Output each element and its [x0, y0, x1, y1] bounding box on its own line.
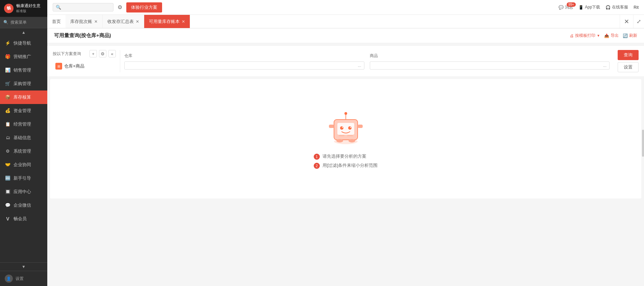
sidebar-item-guide[interactable]: 🆕 新手引导 [0, 172, 47, 185]
online-service-button[interactable]: 🎧 在线客服 [606, 4, 628, 10]
svg-point-6 [342, 127, 343, 128]
tab-batch-account-label: 库存批次账 [70, 19, 92, 25]
user-info[interactable]: Rit [634, 5, 639, 10]
sidebar-footer-label: 设置 [16, 276, 24, 282]
tab-available-qty[interactable]: 可用量库存账本 ✕ [144, 15, 190, 28]
tab-available-qty-label: 可用量库存账本 [149, 19, 180, 25]
print-dropdown-icon[interactable]: ▼ [597, 34, 600, 37]
filter-actions: 查询 设置 [615, 50, 639, 72]
search-icon: 🔍 [3, 20, 8, 25]
tab-close-icon[interactable]: ✕ [136, 19, 139, 24]
chevron-down-icon: ▼ [22, 264, 26, 269]
sidebar-item-wechat[interactable]: 💬 企业微信 [0, 199, 47, 212]
sidebar-item-inventory[interactable]: 📦 库存核算 [0, 90, 47, 104]
sidebar-brand-subtitle: 标准版 [16, 9, 41, 14]
scheme-item-warehouse-product[interactable]: ⊞ 仓库+商品 [53, 61, 116, 72]
industry-solution-button[interactable]: 体验行业方案 [126, 2, 162, 12]
warehouse-more-button[interactable]: ... [358, 63, 361, 68]
sidebar-item-sales[interactable]: 📊 销售管理 [0, 63, 47, 77]
print-icon: 🖨 [570, 33, 574, 38]
sidebar-item-label: 企业协同 [14, 162, 31, 168]
warehouse-filter-input[interactable] [127, 63, 358, 68]
sidebar: 畅 畅康通好生意 标准版 🔍 搜索菜单 ▲ ⚡ 快捷导航 🎁 营销推广 📊 销售… [0, 0, 47, 286]
tab-close-icon[interactable]: ✕ [94, 19, 98, 24]
tab-home[interactable]: 首页 [47, 15, 66, 28]
topbar-gear-icon[interactable]: ⚙ [116, 3, 124, 12]
tab-close-icon[interactable]: ✕ [182, 19, 185, 24]
sidebar-item-vip[interactable]: V 畅会员 [0, 212, 47, 226]
sidebar-item-label: 新手引导 [14, 175, 31, 181]
wechat-icon: 💬 [5, 202, 11, 208]
filter-scheme-panel: 按以下方案查询 + ⚙ « ⊞ 仓库+商品 [53, 50, 120, 72]
main-content: 🔍 ⚙ 体验行业方案 💬 消息 99+ 📱 App下载 🎧 在线客服 Rit [47, 0, 644, 286]
chevron-up-icon: ▲ [22, 30, 26, 35]
warehouse-filter-label: 仓库 [124, 53, 364, 59]
product-filter-input[interactable] [373, 63, 603, 68]
filter-scheme-buttons: + ⚙ « [89, 50, 116, 57]
settings-button[interactable]: 设置 [618, 62, 639, 72]
refresh-button[interactable]: 🔄 刷新 [623, 33, 637, 38]
topbar: 🔍 ⚙ 体验行业方案 💬 消息 99+ 📱 App下载 🎧 在线客服 Rit [47, 0, 644, 15]
sidebar-scroll-down[interactable]: ▼ [0, 262, 47, 271]
sidebar-brand-name: 畅康通好生意 [16, 3, 41, 9]
scheme-item-label: 仓库+商品 [64, 63, 84, 69]
app-download-button[interactable]: 📱 App下载 [578, 4, 600, 10]
tab-receipt-summary[interactable]: 收发存汇总表 ✕ [103, 15, 144, 28]
svg-point-4 [340, 126, 343, 130]
empty-illustration [326, 106, 366, 147]
sidebar-item-enterprise[interactable]: 🤝 企业协同 [0, 158, 47, 172]
sidebar-item-label: 经营管理 [14, 121, 31, 127]
sidebar-item-marketing[interactable]: 🎁 营销推广 [0, 50, 47, 63]
tab-batch-account[interactable]: 库存批次账 ✕ [66, 15, 103, 28]
page-actions: 🖨 按模板打印 ▼ 📤 导出 🔄 刷新 [570, 33, 637, 38]
sidebar-item-finance[interactable]: 💰 资金管理 [0, 104, 47, 118]
collapse-scheme-button[interactable]: « [108, 50, 116, 57]
sidebar-footer-user[interactable]: 👤 设置 [0, 271, 47, 286]
basic-info-icon: 🗂 [5, 135, 11, 141]
sidebar-item-purchase[interactable]: 🛒 采购管理 [0, 77, 47, 90]
expand-icon: ⤢ [637, 18, 641, 25]
headset-icon: 🎧 [606, 5, 611, 10]
filter-scheme-title: 按以下方案查询 [53, 51, 81, 57]
add-scheme-button[interactable]: + [89, 50, 97, 57]
sidebar-item-quick-nav[interactable]: ⚡ 快捷导航 [0, 36, 47, 50]
quick-nav-icon: ⚡ [5, 40, 11, 46]
sidebar-item-label: 销售管理 [14, 67, 31, 73]
topbar-search-input[interactable] [62, 5, 110, 10]
sidebar-item-app-center[interactable]: 🔲 应用中心 [0, 185, 47, 199]
sidebar-scroll-up[interactable]: ▲ [0, 28, 47, 36]
query-button[interactable]: 查询 [618, 50, 639, 60]
svg-point-12 [336, 139, 343, 142]
sales-icon: 📊 [5, 67, 11, 73]
operations-icon: 📋 [5, 121, 11, 127]
topbar-search-area[interactable]: 🔍 [53, 3, 113, 11]
sidebar-item-system[interactable]: ⚙ 系统管理 [0, 145, 47, 158]
refresh-label: 刷新 [629, 33, 637, 38]
product-filter-label: 商品 [370, 53, 610, 59]
message-button[interactable]: 💬 消息 99+ [559, 4, 573, 10]
warehouse-filter-input-wrap: ... [124, 61, 364, 70]
sidebar-item-label: 企业微信 [14, 202, 31, 208]
message-badge: 99+ [567, 2, 576, 7]
sidebar-item-label: 资金管理 [14, 108, 31, 114]
product-filter-input-wrap: ... [370, 61, 610, 70]
system-icon: ⚙ [5, 148, 11, 154]
enterprise-icon: 🤝 [5, 162, 11, 168]
print-button[interactable]: 🖨 按模板打印 ▼ [570, 33, 600, 38]
sidebar-item-label: 系统管理 [14, 148, 31, 154]
sidebar-search[interactable]: 🔍 搜索菜单 [0, 17, 47, 28]
right-scrollbar[interactable] [642, 130, 644, 157]
empty-tip-1-text: 请先选择要分析的方案 [323, 153, 366, 159]
export-button[interactable]: 📤 导出 [604, 33, 619, 38]
settings-scheme-button[interactable]: ⚙ [99, 50, 106, 57]
sidebar-search-label: 搜索菜单 [10, 20, 27, 25]
filter-group-product: 商品 ... [370, 53, 610, 70]
export-label: 导出 [611, 33, 619, 38]
sidebar-item-operations[interactable]: 📋 经营管理 [0, 118, 47, 131]
svg-rect-10 [329, 125, 334, 128]
tabs-expand-button[interactable]: ⤢ [633, 15, 644, 28]
product-more-button[interactable]: ... [603, 63, 607, 68]
filter-area: 按以下方案查询 + ⚙ « ⊞ 仓库+商品 [47, 46, 644, 76]
tabs-close-all-button[interactable]: ✕ [620, 15, 633, 28]
sidebar-item-basic-info[interactable]: 🗂 基础信息 [0, 131, 47, 145]
